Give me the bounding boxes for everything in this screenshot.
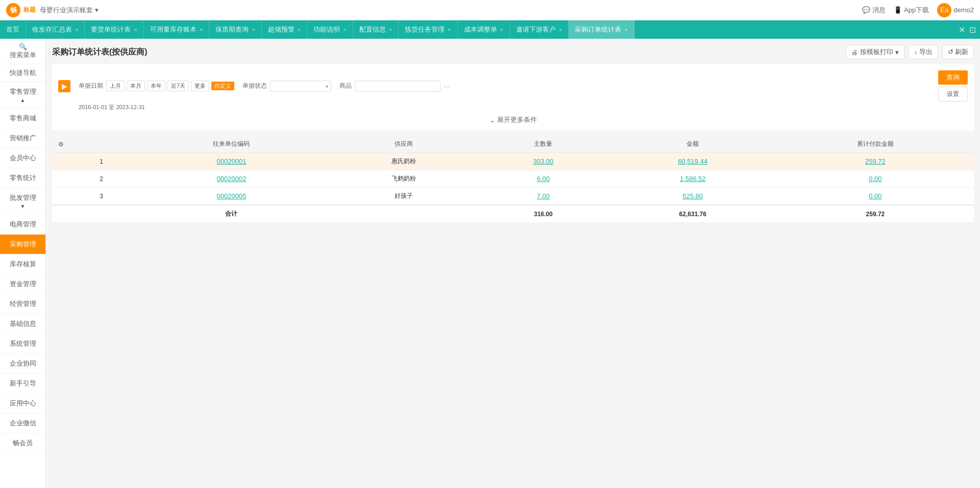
- row-unit-code: 00020001: [133, 153, 330, 170]
- sidebar-item-purchase[interactable]: 采购管理: [0, 235, 45, 254]
- tab-home[interactable]: 首页: [0, 20, 26, 39]
- refresh-button[interactable]: ↺ 刷新: [942, 45, 974, 59]
- sidebar-item-inventory[interactable]: 库存核算: [0, 254, 45, 274]
- sidebar-search[interactable]: 🔍 搜索菜单: [0, 39, 45, 64]
- close-icon[interactable]: ×: [559, 27, 562, 33]
- close-icon[interactable]: ×: [75, 27, 78, 33]
- tab-available-inventory[interactable]: 可用量库存账本 ×: [144, 20, 209, 39]
- goods-more-icon[interactable]: ···: [444, 82, 450, 90]
- close-all-tabs-icon[interactable]: ✕: [959, 25, 965, 35]
- sidebar-item-member[interactable]: 会员中心: [0, 148, 45, 168]
- table-row[interactable]: 3 00020005 好孩子 7.00 525.80 0.00: [52, 188, 974, 206]
- query-button[interactable]: 查询: [938, 70, 968, 85]
- date-btn-7days[interactable]: 近7天: [167, 81, 189, 91]
- th-supplier[interactable]: 供应商: [330, 136, 478, 153]
- date-label: 单据日期: [79, 82, 103, 90]
- close-icon[interactable]: ×: [200, 27, 203, 33]
- row-main-qty: 6.00: [478, 170, 608, 188]
- tab-expiry-label: 保质期查询: [215, 25, 249, 34]
- sidebar-item-retail-mgmt[interactable]: 零售管理 ▲: [0, 82, 45, 109]
- maximize-icon[interactable]: ⊡: [969, 25, 976, 35]
- date-btn-last-month[interactable]: 上月: [106, 81, 125, 91]
- th-settings[interactable]: ⚙: [52, 136, 70, 153]
- chevron-down-icon: ▾: [95, 6, 99, 14]
- filter-settings-button[interactable]: 设置: [938, 87, 968, 101]
- phone-icon: 📱: [894, 6, 902, 14]
- top-bar: 畅 标题 母婴行业演示账套 ▾ 💬 消息 📱 App下载 Ea demo2: [0, 0, 980, 20]
- tab-pick-task[interactable]: 拣货任务管理 ×: [399, 20, 457, 39]
- date-custom-tag[interactable]: 自定义: [211, 82, 234, 90]
- chevron-down-icon: ▼: [20, 203, 26, 209]
- sidebar-item-label: 零售商城: [10, 114, 36, 123]
- goods-input[interactable]: [355, 81, 440, 92]
- print-button[interactable]: 🖨 按模板打印 ▾: [846, 45, 904, 59]
- tab-collect-summary[interactable]: 收发存汇总表 ×: [26, 20, 85, 39]
- row-settings[interactable]: [52, 153, 70, 170]
- sidebar-item-system[interactable]: 系统管理: [0, 334, 45, 354]
- user-avatar-area[interactable]: Ea demo2: [937, 3, 974, 17]
- sidebar-item-basic-info[interactable]: 基础信息: [0, 314, 45, 334]
- tab-over-stock[interactable]: 超储预警 ×: [262, 20, 307, 39]
- tab-available-inv-label: 可用量库存账本: [150, 25, 197, 34]
- tab-function-desc[interactable]: 功能说明 ×: [307, 20, 353, 39]
- company-selector[interactable]: 母婴行业演示账套 ▾: [40, 6, 99, 15]
- date-btn-this-year[interactable]: 本年: [147, 81, 165, 91]
- close-icon[interactable]: ×: [298, 27, 301, 33]
- sidebar-item-newguide[interactable]: 新手引导: [0, 374, 45, 394]
- row-unit-code: 00020002: [133, 170, 330, 188]
- th-amount[interactable]: 金额: [609, 136, 777, 153]
- sidebar-item-retail-stats[interactable]: 零售统计: [0, 168, 45, 188]
- sidebar-item-retail-mall[interactable]: 零售商城: [0, 109, 45, 129]
- tab-purchase-unit-summary[interactable]: 要货单统计表 ×: [85, 20, 143, 39]
- sidebar-item-vip[interactable]: 畅会员: [0, 433, 45, 453]
- refresh-icon: ↺: [948, 48, 953, 56]
- close-icon[interactable]: ×: [500, 27, 503, 33]
- close-icon[interactable]: ×: [389, 27, 392, 33]
- tab-func-desc-label: 功能说明: [313, 25, 340, 34]
- sidebar-item-marketing[interactable]: 营销推广: [0, 129, 45, 148]
- tab-expiry-query[interactable]: 保质期查询 ×: [209, 20, 261, 39]
- chevron-down-icon: ▲: [20, 97, 26, 103]
- close-icon[interactable]: ×: [343, 27, 346, 33]
- export-button[interactable]: ↓ 导出: [909, 45, 938, 59]
- app-download-btn[interactable]: 📱 App下载: [894, 6, 929, 15]
- row-settings[interactable]: [52, 170, 70, 188]
- close-icon[interactable]: ×: [624, 27, 627, 33]
- sidebar-item-appcenter[interactable]: 应用中心: [0, 394, 45, 414]
- tab-config-info[interactable]: 配置信息 ×: [353, 20, 399, 39]
- quick-nav-label: 快捷导航: [10, 69, 36, 76]
- export-label: 导出: [919, 48, 933, 56]
- sidebar-item-ecommerce[interactable]: 电商管理: [0, 215, 45, 235]
- export-icon: ↓: [914, 48, 918, 56]
- table-row[interactable]: 1 00020001 惠氏奶粉 303.00 60,519.44 259.72: [52, 153, 974, 170]
- chevron-down-icon: ⌄: [489, 116, 495, 124]
- th-paid-amount[interactable]: 累计付款金额: [777, 136, 974, 153]
- tab-purchase-order-summary[interactable]: 采购订单统计表 ×: [569, 20, 634, 39]
- close-icon[interactable]: ×: [252, 27, 255, 33]
- th-main-qty[interactable]: 主数量: [478, 136, 608, 153]
- status-select[interactable]: [270, 81, 331, 92]
- sidebar-item-label: 基础信息: [10, 319, 36, 328]
- date-btn-more[interactable]: 更多: [191, 81, 209, 91]
- tab-cost-adj[interactable]: 成本调整单 ×: [458, 20, 510, 39]
- sidebar-item-finance[interactable]: 资金管理: [0, 274, 45, 294]
- message-btn[interactable]: 💬 消息: [862, 6, 886, 15]
- th-unit-code[interactable]: 往来单位编码: [133, 136, 330, 153]
- sidebar-item-label: 系统管理: [10, 339, 36, 348]
- close-icon[interactable]: ×: [448, 27, 451, 33]
- nav-tabs-end: ✕ ⊡: [954, 25, 980, 35]
- sidebar-item-corp-wechat[interactable]: 企业微信: [0, 414, 45, 433]
- filter-card: ▶ 单据日期 上月 本月 本年 近7天 更多 自定义 单据状态: [52, 64, 974, 131]
- sidebar-item-enterprise[interactable]: 企业协同: [0, 354, 45, 374]
- close-icon[interactable]: ×: [134, 27, 137, 33]
- row-main-qty: 303.00: [478, 153, 608, 170]
- table-row[interactable]: 2 00020002 飞鹤奶粉 6.00 1,586.52 0.00: [52, 170, 974, 188]
- row-settings[interactable]: [52, 188, 70, 206]
- tab-invite-downstream[interactable]: 邀请下游客户 ×: [510, 20, 569, 39]
- date-btn-this-month[interactable]: 本月: [127, 81, 145, 91]
- expand-more-button[interactable]: ⌄ 展开更多条件: [489, 115, 537, 124]
- sidebar-quick-nav[interactable]: 快捷导航: [0, 64, 45, 82]
- sidebar-item-ops[interactable]: 经营管理: [0, 294, 45, 314]
- sidebar-item-wholesale[interactable]: 批发管理 ▼: [0, 188, 45, 215]
- filter-collapse-button[interactable]: ▶: [58, 80, 70, 92]
